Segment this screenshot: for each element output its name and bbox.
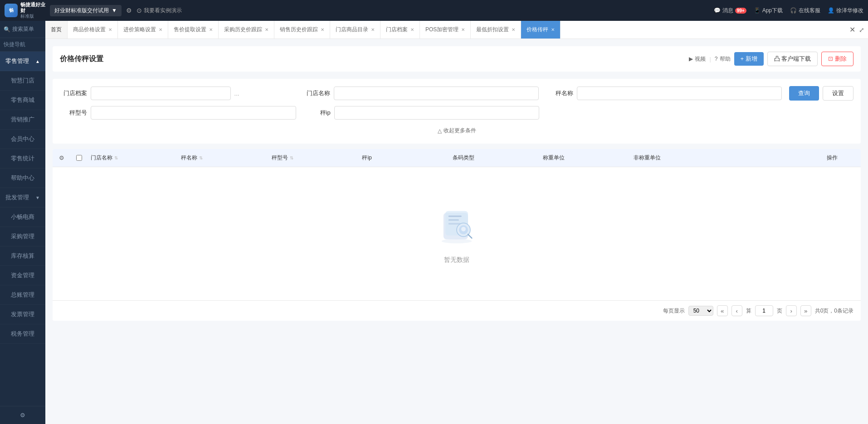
page-actions: ▶ 视频 | ? 帮助 + 新增 凸 客户端下载 ⊡ 删除 [689, 52, 853, 66]
tab-close-store-catalog[interactable]: ✕ [371, 27, 375, 32]
tab-close-price-scale[interactable]: ✕ [551, 27, 555, 32]
first-page-btn[interactable]: « [717, 305, 728, 316]
tab-close-purchase-strategy[interactable]: ✕ [159, 27, 162, 32]
main-layout: 🔍 搜索菜单 快捷导航 零售管理 ▲ 智慧门店 零售商城 营销推广 会员中心 零… [0, 21, 868, 424]
per-page-label: 每页显示 [663, 307, 685, 315]
th-scale-name: 秤名称 ⇅ [177, 154, 268, 162]
topbar-settings-btn[interactable]: ⚙ [126, 7, 132, 14]
download-client-btn[interactable]: 凸 客户端下载 [767, 52, 818, 66]
demo-btn[interactable]: ⊙ 我要看实例演示 [137, 7, 182, 14]
delete-btn[interactable]: ⊡ 删除 [821, 52, 853, 66]
scale-name-input[interactable] [577, 87, 782, 100]
last-page-btn[interactable]: » [800, 305, 811, 316]
store-profile-dots[interactable]: ... [234, 90, 239, 97]
sidebar-item-finance[interactable]: 资金管理 [0, 266, 45, 285]
sidebar-item-invoice[interactable]: 发票管理 [0, 305, 45, 324]
page-input[interactable] [755, 305, 773, 316]
tabs-actions: ✕ ⤢ [846, 25, 868, 34]
tab-min-discount[interactable]: 最低折扣设置 ✕ [471, 21, 521, 39]
scale-model-field: 秤型号 [60, 106, 296, 120]
th-non-weight-unit: 非称重单位 [630, 154, 804, 162]
tab-close-min-discount[interactable]: ✕ [512, 27, 515, 32]
tab-commodity-pricing[interactable]: 商品价格设置 ✕ [68, 21, 118, 39]
sidebar-item-retail-mgmt[interactable]: 零售管理 ▲ [0, 52, 45, 71]
sidebar-item-tax[interactable]: 税务管理 [0, 324, 45, 344]
page-header: 价格传秤设置 ▶ 视频 | ? 帮助 + 新增 凸 客户端下载 [53, 46, 861, 72]
app-logo: 畅 畅捷通好业财 标准版 [5, 2, 50, 19]
tab-expand-btn[interactable]: ⤢ [859, 26, 864, 34]
per-page-select[interactable]: 50 10 20 100 [688, 306, 713, 316]
sidebar-item-purchase[interactable]: 采购管理 [0, 227, 45, 246]
th-barcode-type: 条码类型 [449, 154, 539, 162]
th-checkbox[interactable] [71, 155, 87, 161]
sidebar-item-general-ledger[interactable]: 总账管理 [0, 285, 45, 305]
tab-close-commodity-pricing[interactable]: ✕ [108, 27, 112, 32]
tab-pos-pwd[interactable]: POS加密管理 ✕ [420, 21, 471, 39]
sidebar: 🔍 搜索菜单 快捷导航 零售管理 ▲ 智慧门店 零售商城 营销推广 会员中心 零… [0, 21, 45, 424]
tab-sales-history[interactable]: 销售历史价跟踪 ✕ [274, 21, 330, 39]
tab-close-purchase-history[interactable]: ✕ [265, 27, 268, 32]
tab-store-catalog[interactable]: 门店商品目录 ✕ [330, 21, 380, 39]
th-settings[interactable]: ⚙ [53, 154, 71, 161]
collapse-btn[interactable]: △ 收起更多条件 [60, 125, 853, 136]
app-download-btn[interactable]: 📱 App下载 [754, 7, 783, 14]
page-label-after: 页 [777, 307, 782, 315]
th-weight-unit: 称重单位 [539, 154, 629, 162]
video-link[interactable]: ▶ 视频 [689, 55, 706, 63]
tab-price-scale[interactable]: 价格传秤 ✕ [521, 21, 561, 39]
sidebar-item-member[interactable]: 会员中心 [0, 130, 45, 149]
tab-close-btn[interactable]: ✕ [849, 25, 855, 34]
logo-icon: 畅 [5, 4, 18, 17]
svg-rect-5 [449, 223, 461, 224]
sidebar-settings-btn[interactable]: ⚙ [0, 406, 45, 424]
search-panel: 门店档案 ... 门店名称 秤名称 查询 设置 [53, 79, 861, 144]
version-selector[interactable]: 好业财标准版交付试用 ▼ [50, 5, 122, 16]
online-service-btn[interactable]: 🎧 在线客服 [790, 7, 820, 14]
sidebar-item-help[interactable]: 帮助中心 [0, 169, 45, 188]
empty-state: 暂无数据 [53, 167, 861, 300]
store-profile-label: 门店档案 [60, 89, 87, 97]
empty-icon [434, 203, 479, 249]
th-scale-ip: 秤ip [358, 154, 449, 162]
select-all-checkbox[interactable] [76, 155, 82, 161]
tab-close-sales-history[interactable]: ✕ [321, 27, 324, 32]
scale-ip-input[interactable] [334, 106, 540, 120]
sidebar-item-retail-stats[interactable]: 零售统计 [0, 149, 45, 169]
add-btn[interactable]: + 新增 [734, 52, 764, 66]
store-profile-input[interactable] [91, 87, 231, 100]
search-row-2: 秤型号 秤ip [60, 106, 853, 120]
tab-close-store-profile[interactable]: ✕ [410, 27, 414, 32]
prev-page-btn[interactable]: ‹ [731, 305, 742, 316]
tab-purchase-history[interactable]: 采购历史价跟踪 ✕ [219, 21, 274, 39]
user-menu-btn[interactable]: 👤 徐泽华修改 [828, 7, 863, 14]
tab-close-pos-pwd[interactable]: ✕ [461, 27, 465, 32]
tab-purchase-strategy[interactable]: 进价策略设置 ✕ [118, 21, 168, 39]
content-area: 首页 商品价格设置 ✕ 进价策略设置 ✕ 售价提取设置 ✕ 采购历史价跟踪 ✕ … [45, 21, 868, 424]
sidebar-item-inventory[interactable]: 库存核算 [0, 246, 45, 266]
tab-store-profile[interactable]: 门店档案 ✕ [380, 21, 420, 39]
tab-sale-extract[interactable]: 售价提取设置 ✕ [168, 21, 219, 39]
tab-home[interactable]: 首页 [45, 21, 68, 39]
sidebar-item-retail-mall[interactable]: 零售商城 [0, 91, 45, 110]
scale-ip-field: 秤ip [303, 106, 540, 120]
set-btn[interactable]: 设置 [823, 86, 853, 101]
query-btn[interactable]: 查询 [789, 86, 819, 101]
scale-ip-label: 秤ip [303, 109, 331, 117]
scale-model-input[interactable] [91, 106, 296, 120]
store-name-field: 门店名称 [303, 87, 539, 100]
top-bar: 畅 畅捷通好业财 标准版 好业财标准版交付试用 ▼ ⚙ ⊙ 我要看实例演示 💬 … [0, 0, 868, 21]
sidebar-item-ecommerce[interactable]: 小畅电商 [0, 207, 45, 227]
pagination-bar: 每页显示 50 10 20 100 « ‹ 算 页 › » 共0页，0条记录 [53, 300, 861, 321]
message-btn[interactable]: 💬 消息 99+ [714, 7, 746, 14]
sidebar-search[interactable]: 🔍 搜索菜单 [0, 21, 45, 38]
search-row-1: 门店档案 ... 门店名称 秤名称 查询 设置 [60, 86, 853, 101]
sidebar-quick-nav[interactable]: 快捷导航 [0, 38, 45, 52]
page-content: 价格传秤设置 ▶ 视频 | ? 帮助 + 新增 凸 客户端下载 [45, 39, 868, 424]
help-link[interactable]: ? 帮助 [715, 55, 731, 63]
sidebar-item-smart-store[interactable]: 智慧门店 [0, 71, 45, 91]
sidebar-item-wholesale[interactable]: 批发管理 ▼ [0, 188, 45, 207]
next-page-btn[interactable]: › [786, 305, 797, 316]
sidebar-item-marketing[interactable]: 营销推广 [0, 110, 45, 130]
store-name-input[interactable] [334, 87, 539, 100]
tab-close-sale-extract[interactable]: ✕ [209, 27, 213, 32]
